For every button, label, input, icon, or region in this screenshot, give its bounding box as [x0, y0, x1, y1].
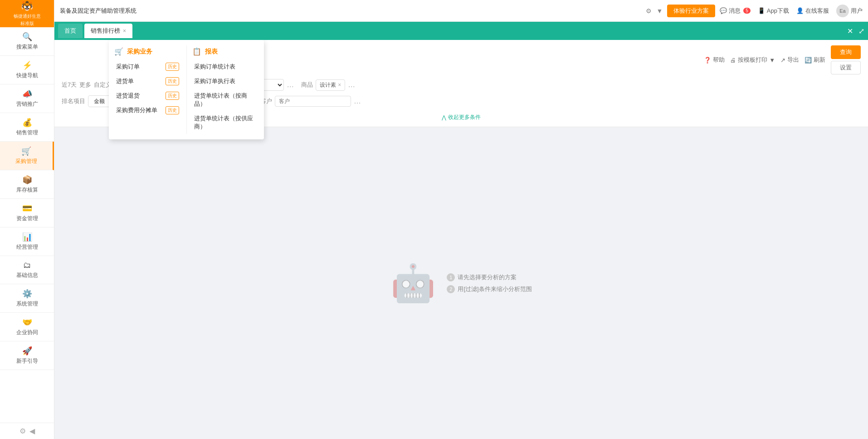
- purchase-business-header: 🛒 采购业务: [114, 45, 181, 59]
- date-more[interactable]: 更多: [79, 81, 91, 89]
- close-tab-icon[interactable]: ×: [123, 28, 126, 34]
- quick-icon: ⚡: [22, 60, 32, 70]
- sidebar-item-basic[interactable]: 🗂 基础信息: [0, 256, 54, 284]
- empty-state: 🤖 1 请先选择要分析的方案 2 用[过滤]条件来缩小分析范围: [54, 127, 868, 439]
- purchase-order-history-badge: 历史: [166, 63, 179, 71]
- help-button[interactable]: ❓ 帮助: [704, 45, 725, 74]
- sidebar-item-marketing[interactable]: 📣 营销推广: [0, 84, 54, 113]
- export-button[interactable]: ↗ 导出: [780, 45, 799, 74]
- purchase-icon: 🛒: [21, 146, 31, 156]
- help-label: 帮助: [713, 56, 725, 64]
- goods-tag[interactable]: 设计素 ×: [316, 79, 345, 91]
- menu-item-incoming-stats-supplier[interactable]: 进货单统计表（按供应商）: [192, 111, 259, 134]
- incoming-stats-goods-label: 进货单统计表（按商品）: [194, 92, 257, 108]
- customer-filter: 客户 …: [260, 96, 361, 107]
- incoming-label: 进货单: [116, 77, 134, 85]
- sidebar-item-purchase[interactable]: 🛒 采购管理: [0, 142, 54, 170]
- settings-button[interactable]: ⚙: [20, 427, 26, 435]
- help-icon: ❓: [704, 57, 711, 64]
- export-icon: ↗: [780, 57, 785, 64]
- sidebar-item-label: 采购管理: [15, 158, 37, 165]
- reports-column: 📋 报表 采购订单统计表 采购订单执行表 进货单统计表（按商品） 进货单统计表（…: [186, 45, 264, 134]
- status-more-dots[interactable]: …: [287, 81, 294, 89]
- sidebar: 🐯 畅捷通好生意 标准版 🔍 搜索菜单 ⚡ 快捷导航 📣 营销推广 💰 销售管理…: [0, 0, 54, 439]
- logo-line2: 标准版: [20, 20, 34, 27]
- goods-filter: 商品 设计素 × …: [301, 79, 355, 91]
- expand-window-icon[interactable]: ⤢: [858, 27, 864, 35]
- date-label: 近7天: [62, 81, 77, 89]
- messages-label: 消息: [729, 7, 741, 15]
- sidebar-item-collab[interactable]: 🤝 企业协同: [0, 313, 54, 341]
- sidebar-item-label: 快捷导航: [16, 72, 38, 79]
- topbar-dropdown-arrow[interactable]: ▼: [656, 7, 663, 15]
- empty-tips: 1 请先选择要分析的方案 2 用[过滤]条件来缩小分析范围: [447, 273, 532, 293]
- tip-1-number: 1: [447, 273, 455, 281]
- sidebar-item-quick[interactable]: ⚡ 快捷导航: [0, 56, 54, 84]
- download-icon: 📱: [758, 7, 765, 14]
- menu-item-order-exec[interactable]: 采购订单执行表: [192, 74, 259, 89]
- sidebar-item-inventory[interactable]: 📦 库存核算: [0, 170, 54, 199]
- home-tab-label: 首页: [64, 27, 76, 35]
- topbar-title: 装备及固定资产辅助管理系统: [60, 7, 641, 15]
- print-label: 按模板打印: [738, 56, 767, 64]
- industry-solution-button[interactable]: 体验行业方案: [667, 5, 715, 17]
- query-button[interactable]: 查询: [831, 45, 861, 59]
- export-label: 导出: [787, 56, 799, 64]
- sidebar-logo: 🐯 畅捷通好生意 标准版: [0, 0, 54, 27]
- sidebar-item-operations[interactable]: 📊 经营管理: [0, 227, 54, 256]
- sidebar-item-system[interactable]: ⚙️ 系统管理: [0, 284, 54, 313]
- sidebar-item-label: 营销推广: [16, 100, 38, 108]
- sidebar-item-finance[interactable]: 💳 资金管理: [0, 199, 54, 227]
- refresh-icon: 🔄: [805, 57, 812, 64]
- menu-item-order-stats[interactable]: 采购订单统计表: [192, 59, 259, 74]
- menu-item-expense[interactable]: 采购费用分摊单 历史: [114, 103, 181, 118]
- collapse-sidebar-button[interactable]: ◀: [29, 427, 35, 435]
- sidebar-item-label: 系统管理: [16, 300, 38, 308]
- sidebar-item-sales[interactable]: 💰 销售管理: [0, 113, 54, 142]
- menu-item-incoming[interactable]: 进货单 历史: [114, 74, 181, 89]
- topbar: 装备及固定资产辅助管理系统 ⚙ ▼ 体验行业方案 💬 消息 5 📱 App下载 …: [54, 0, 868, 22]
- app-download-label: App下载: [767, 7, 789, 15]
- menu-item-purchase-order[interactable]: 采购订单 历史: [114, 59, 181, 74]
- customer-more-dots[interactable]: …: [354, 97, 361, 105]
- reports-icon: 📋: [192, 47, 201, 56]
- app-download-button[interactable]: 📱 App下载: [758, 7, 789, 15]
- collapse-button[interactable]: ⋀ 收起更多条件: [442, 113, 481, 121]
- tab-sales-rank[interactable]: 销售排行榜 ×: [84, 24, 132, 38]
- return-history-badge: 历史: [166, 92, 179, 100]
- avatar: Ea: [836, 5, 849, 17]
- purchase-business-column: 🛒 采购业务 采购订单 历史 进货单 历史 进货退货 历史 采购费用分摊单: [109, 45, 186, 134]
- set-button[interactable]: 设置: [831, 61, 861, 74]
- messages-icon: 💬: [720, 7, 727, 14]
- goods-more-dots[interactable]: …: [348, 81, 355, 89]
- online-service-button[interactable]: 👤 在线客服: [796, 7, 829, 15]
- sidebar-item-label: 经营管理: [16, 243, 38, 251]
- tab-home[interactable]: 首页: [58, 24, 83, 38]
- topbar-settings-icon[interactable]: ⚙: [646, 7, 652, 15]
- messages-button[interactable]: 💬 消息 5: [720, 7, 751, 15]
- main-area: 装备及固定资产辅助管理系统 ⚙ ▼ 体验行业方案 💬 消息 5 📱 App下载 …: [54, 0, 868, 439]
- collapse-label: 收起更多条件: [448, 113, 481, 121]
- sidebar-bottom: ⚙ ◀: [0, 423, 54, 439]
- refresh-button[interactable]: 🔄 刷新: [805, 45, 825, 74]
- expense-history-badge: 历史: [166, 106, 179, 114]
- purchase-business-icon: 🛒: [114, 47, 123, 56]
- inventory-icon: 📦: [22, 175, 32, 185]
- logo-icon: 🐯: [21, 0, 33, 12]
- user-menu[interactable]: Ea 用户: [836, 5, 863, 17]
- menu-item-return[interactable]: 进货退货 历史: [114, 89, 181, 103]
- sidebar-item-search[interactable]: 🔍 搜索菜单: [0, 27, 54, 56]
- sidebar-item-label: 新手引导: [16, 357, 38, 365]
- logo-line1: 畅捷通好生意: [14, 13, 41, 20]
- customer-input[interactable]: [275, 96, 351, 107]
- close-window-icon[interactable]: ✕: [847, 27, 853, 35]
- menu-item-incoming-stats-goods[interactable]: 进货单统计表（按商品）: [192, 89, 259, 111]
- basic-icon: 🗂: [23, 261, 31, 270]
- collab-icon: 🤝: [22, 317, 32, 327]
- sidebar-item-guide[interactable]: 🚀 新手引导: [0, 341, 54, 370]
- sales-icon: 💰: [22, 118, 32, 128]
- print-button[interactable]: 🖨 按模板打印 ▼: [730, 45, 775, 74]
- sidebar-item-label: 基础信息: [16, 271, 38, 279]
- goods-tag-remove[interactable]: ×: [338, 82, 341, 88]
- collapse-icon: ⋀: [442, 114, 446, 121]
